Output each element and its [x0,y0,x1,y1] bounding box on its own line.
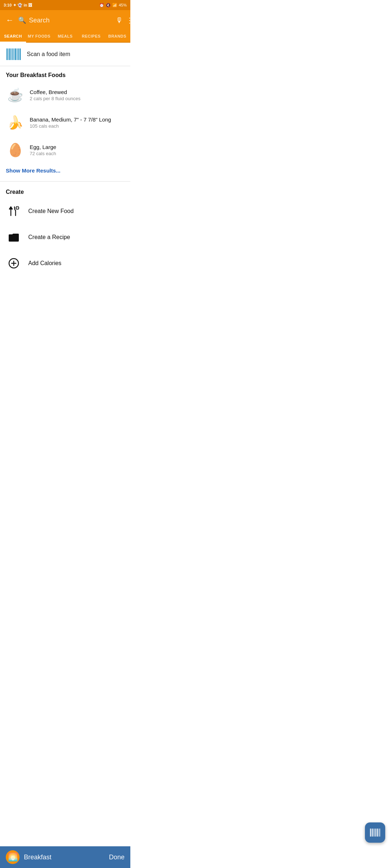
add-calories-icon [6,255,22,271]
status-right: ⏰ 🔇 📶 45% [99,3,127,8]
search-icon: 🔍 [18,16,26,24]
wifi-icon: 📶 [112,3,117,8]
mute-icon: 🔇 [106,3,111,8]
create-section-header: Create [0,183,130,198]
svg-rect-1 [8,48,9,60]
banana-cals: 105 cals each [30,123,125,129]
create-recipe-icon [6,229,22,245]
coffee-cals: 2 cals per 8 fluid ounces [30,96,125,101]
mic-icon[interactable]: 🎙 [116,16,123,25]
tab-meals[interactable]: MEALS [52,30,78,42]
svg-rect-9 [20,48,21,60]
create-new-food-item[interactable]: Create New Food [0,198,130,224]
tab-brands[interactable]: BRANDS [104,30,130,42]
svg-rect-3 [11,48,12,60]
svg-rect-4 [13,48,14,60]
egg-name: Egg, Large [30,144,125,150]
svg-rect-8 [18,48,19,60]
search-box[interactable]: 🔍 [18,16,113,24]
add-calories-item[interactable]: Add Calories [0,250,130,276]
svg-rect-6 [15,48,16,60]
egg-info: Egg, Large 72 cals each [30,144,125,156]
more-options-icon[interactable]: ⋮ [126,16,130,25]
create-new-food-label: Create New Food [28,208,73,214]
tab-recipes[interactable]: RECIPES [78,30,104,42]
section-divider [0,181,130,182]
coffee-icon: ☕ [6,86,25,105]
create-recipe-label: Create a Recipe [28,234,70,241]
back-button[interactable]: ← [4,14,15,26]
show-more-label: Show More Results... [6,167,60,174]
status-icons: ✦ 👻 in 🖼 [13,3,32,8]
search-input[interactable] [29,17,113,24]
tab-search[interactable]: SEARCH [0,30,26,42]
barcode-icon [6,48,22,61]
egg-cals: 72 cals each [30,151,125,156]
battery: 45% [119,3,127,7]
scan-food-item[interactable]: Scan a food item [0,43,130,66]
status-left: 3:10 ✦ 👻 in 🖼 [4,3,32,8]
food-item-egg[interactable]: 🥚 Egg, Large 72 cals each [0,136,130,164]
create-food-icon [6,203,22,219]
svg-rect-7 [17,48,18,60]
coffee-info: Coffee, Brewed 2 cals per 8 fluid ounces [30,89,125,101]
time: 3:10 [4,3,12,7]
scan-label: Scan a food item [27,51,70,58]
svg-rect-0 [7,48,8,60]
alarm-icon: ⏰ [99,3,104,8]
svg-rect-2 [9,48,10,60]
food-item-banana[interactable]: 🍌 Banana, Medium, 7" - 7 7/8" Long 105 c… [0,109,130,136]
tab-myfoods[interactable]: MY FOODS [26,30,52,42]
show-more-results[interactable]: Show More Results... [0,164,130,180]
tab-bar: SEARCH MY FOODS MEALS RECIPES BRANDS [0,30,130,43]
coffee-name: Coffee, Brewed [30,89,125,95]
add-calories-label: Add Calories [28,260,62,267]
banana-info: Banana, Medium, 7" - 7 7/8" Long 105 cal… [30,116,125,129]
banana-icon: 🍌 [6,113,25,132]
svg-rect-5 [14,48,15,60]
banana-name: Banana, Medium, 7" - 7 7/8" Long [30,116,125,123]
top-bar: ← 🔍 🎙 ⋮ [0,10,130,30]
food-item-coffee[interactable]: ☕ Coffee, Brewed 2 cals per 8 fluid ounc… [0,81,130,109]
breakfast-section-header: Your Breakfast Foods [0,66,130,81]
status-bar: 3:10 ✦ 👻 in 🖼 ⏰ 🔇 📶 45% [0,0,130,10]
create-recipe-item[interactable]: Create a Recipe [0,224,130,250]
egg-icon: 🥚 [6,141,25,159]
